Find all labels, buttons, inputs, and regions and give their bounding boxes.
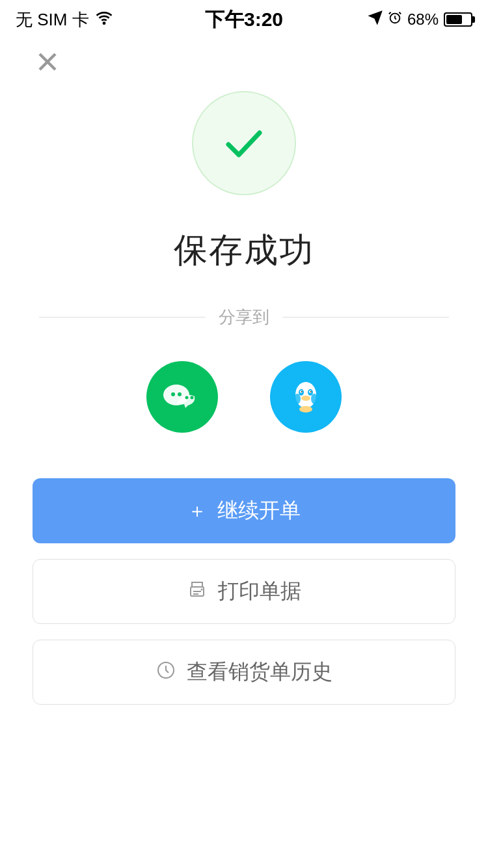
continue-label: 继续开单 <box>217 496 301 525</box>
svg-line-4 <box>389 12 391 14</box>
share-wechat-button[interactable] <box>146 361 218 433</box>
divider-section: 分享到 <box>0 306 488 329</box>
checkmark-icon <box>218 117 270 169</box>
svg-rect-25 <box>193 591 201 592</box>
status-right: 68% <box>368 10 472 29</box>
alarm-icon <box>388 10 402 29</box>
battery-percentage: 68% <box>407 10 439 29</box>
svg-point-11 <box>185 396 189 400</box>
svg-marker-2 <box>370 12 381 23</box>
plus-icon: ＋ <box>187 498 207 524</box>
arrow-icon <box>368 10 383 29</box>
status-time: 下午3:20 <box>205 7 283 33</box>
no-sim-label: 无 SIM 卡 <box>16 8 89 31</box>
wifi-icon <box>96 9 113 31</box>
share-label: 分享到 <box>206 306 282 329</box>
svg-point-22 <box>311 394 318 404</box>
battery-icon <box>444 12 472 27</box>
share-icons <box>146 361 342 433</box>
print-button[interactable]: 打印单据 <box>33 559 455 624</box>
main-content: 保存成功 分享到 <box>0 39 488 705</box>
svg-point-27 <box>201 588 203 590</box>
history-button[interactable]: 查看销货单历史 <box>33 640 455 705</box>
divider-left <box>39 317 206 318</box>
actions: ＋ 继续开单 打印单据 <box>0 478 488 705</box>
svg-point-18 <box>301 391 303 392</box>
svg-rect-26 <box>193 593 198 595</box>
svg-point-21 <box>294 394 301 404</box>
svg-line-5 <box>399 12 401 14</box>
share-qq-button[interactable] <box>270 361 342 433</box>
success-circle <box>192 91 296 195</box>
success-title: 保存成功 <box>174 228 314 273</box>
svg-point-23 <box>299 406 312 413</box>
svg-point-10 <box>178 392 182 396</box>
status-bar: 无 SIM 卡 下午3:20 68% <box>0 0 488 39</box>
svg-point-12 <box>191 396 194 400</box>
svg-point-9 <box>171 392 175 396</box>
close-button[interactable] <box>31 46 64 78</box>
clock-icon <box>156 660 176 685</box>
history-label: 查看销货单历史 <box>187 658 332 686</box>
svg-point-20 <box>301 396 310 401</box>
print-icon <box>187 579 208 604</box>
continue-button[interactable]: ＋ 继续开单 <box>33 478 455 543</box>
svg-point-0 <box>103 22 105 23</box>
divider-right <box>282 317 449 318</box>
print-label: 打印单据 <box>218 577 301 606</box>
svg-point-19 <box>310 391 312 392</box>
status-left: 无 SIM 卡 <box>16 8 113 31</box>
